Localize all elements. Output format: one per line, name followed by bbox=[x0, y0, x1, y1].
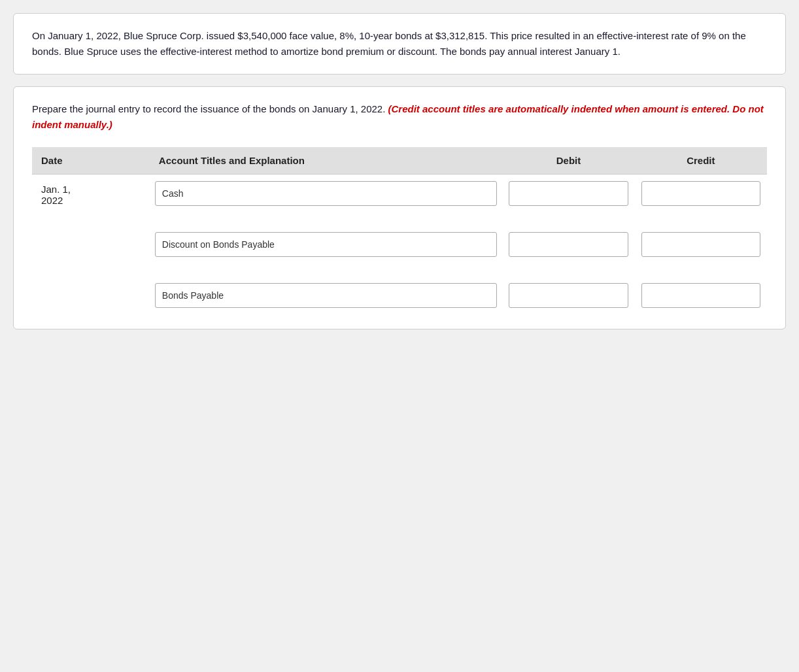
row-spacer-1 bbox=[32, 212, 767, 226]
debit-cell-1 bbox=[502, 175, 634, 213]
instruction-text: Prepare the journal entry to record the … bbox=[32, 101, 767, 133]
credit-amount-input-1[interactable] bbox=[641, 181, 760, 206]
table-row: Jan. 1,2022 bbox=[32, 175, 767, 213]
credit-cell-1 bbox=[635, 175, 767, 213]
problem-card: On January 1, 2022, Blue Spruce Corp. is… bbox=[13, 13, 786, 75]
header-account: Account Titles and Explanation bbox=[150, 147, 503, 175]
credit-cell-2 bbox=[635, 226, 767, 263]
entry-date-2 bbox=[32, 226, 150, 263]
table-row bbox=[32, 226, 767, 263]
debit-amount-input-2[interactable] bbox=[509, 232, 628, 257]
credit-amount-input-2[interactable] bbox=[641, 232, 760, 257]
account-cell-1 bbox=[150, 175, 503, 213]
account-title-input-1[interactable] bbox=[155, 181, 498, 206]
table-row bbox=[32, 277, 767, 314]
account-title-input-3[interactable] bbox=[155, 283, 498, 308]
account-cell-2 bbox=[150, 226, 503, 263]
debit-cell-2 bbox=[502, 226, 634, 263]
table-header-row: Date Account Titles and Explanation Debi… bbox=[32, 147, 767, 175]
entry-date-3 bbox=[32, 277, 150, 314]
account-title-input-2[interactable] bbox=[155, 232, 498, 257]
journal-table: Date Account Titles and Explanation Debi… bbox=[32, 147, 767, 314]
header-debit: Debit bbox=[502, 147, 634, 175]
problem-text: On January 1, 2022, Blue Spruce Corp. is… bbox=[32, 28, 767, 59]
debit-amount-input-1[interactable] bbox=[509, 181, 628, 206]
debit-amount-input-3[interactable] bbox=[509, 283, 628, 308]
journal-entry-card: Prepare the journal entry to record the … bbox=[13, 86, 786, 329]
instruction-static: Prepare the journal entry to record the … bbox=[32, 103, 385, 114]
header-credit: Credit bbox=[635, 147, 767, 175]
entry-date-1: Jan. 1,2022 bbox=[32, 175, 150, 213]
credit-amount-input-3[interactable] bbox=[641, 283, 760, 308]
credit-cell-3 bbox=[635, 277, 767, 314]
row-spacer-2 bbox=[32, 263, 767, 277]
debit-cell-3 bbox=[502, 277, 634, 314]
account-cell-3 bbox=[150, 277, 503, 314]
header-date: Date bbox=[32, 147, 150, 175]
